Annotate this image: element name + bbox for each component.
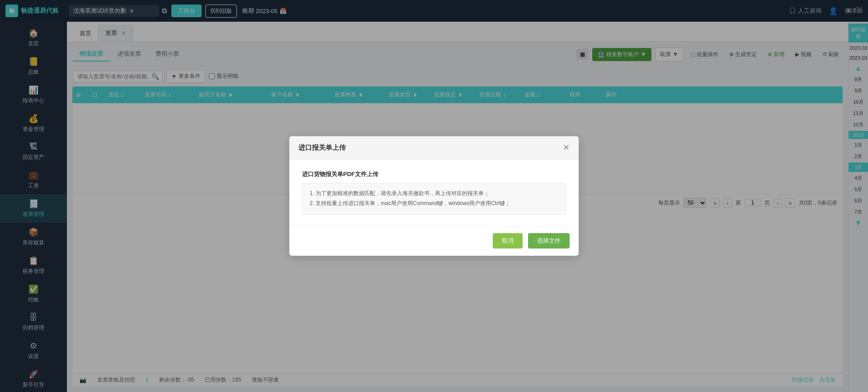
modal-close-button[interactable]: ✕ <box>563 143 570 153</box>
modal-info-box: 1. 为了更加精准的数据匹配，请先录入海关缴款书，再上传对应的报关单； 2. 支… <box>302 183 566 214</box>
modal-header: 进口报关单上传 ✕ <box>289 136 579 159</box>
modal-info-item-2: 2. 支持批量上传进口报关单，mac用户使用Command键，windows用户… <box>310 199 558 209</box>
cancel-modal-button[interactable]: 取消 <box>493 233 523 249</box>
modal-info-item-1: 1. 为了更加精准的数据匹配，请先录入海关缴款书，再上传对应的报关单； <box>310 189 558 199</box>
modal-title: 进口报关单上传 <box>298 143 346 152</box>
modal-overlay: 进口报关单上传 ✕ 进口货物报关单PDF文件上传 1. 为了更加精准的数据匹配，… <box>0 0 868 392</box>
select-file-button[interactable]: 选择文件 <box>528 233 570 249</box>
modal-section-title: 进口货物报关单PDF文件上传 <box>302 170 566 178</box>
import-modal: 进口报关单上传 ✕ 进口货物报关单PDF文件上传 1. 为了更加精准的数据匹配，… <box>289 136 579 255</box>
modal-body: 进口货物报关单PDF文件上传 1. 为了更加精准的数据匹配，请先录入海关缴款书，… <box>289 159 579 225</box>
modal-footer: 取消 选择文件 <box>289 225 579 256</box>
